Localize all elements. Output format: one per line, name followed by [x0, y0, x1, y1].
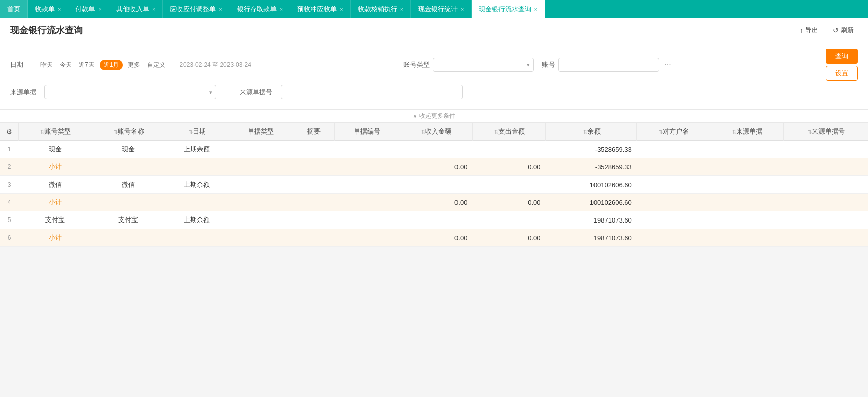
cell-expense: 0.00: [472, 194, 545, 211]
cell-source_doc_num: [784, 158, 868, 176]
collapse-bar[interactable]: ∧ 收起更多条件: [0, 110, 868, 123]
main-table: ⚙⇅账号类型⇅账号名称⇅日期单据类型摘要单据编号⇅收入金额⇅支出金额⇅余额⇅对方…: [0, 123, 868, 247]
date-shortcut-3[interactable]: 近1月: [100, 60, 123, 70]
table-row[interactable]: 3微信微信上期余额100102606.60: [0, 176, 868, 194]
col-header-expense[interactable]: ⇅支出金额: [472, 123, 545, 141]
sort-icon-balance: ⇅: [583, 129, 587, 135]
cell-account_name: 现金: [92, 141, 165, 158]
nav-tab-2[interactable]: 其他收入单×: [109, 0, 163, 18]
table-row[interactable]: 5支付宝支付宝上期余额19871073.60: [0, 211, 868, 229]
sort-icon-account_type: ⇅: [40, 129, 44, 135]
header-actions: ↑ 导出 ↺ 刷新: [796, 24, 858, 37]
cell-doc_type: [229, 211, 293, 229]
collapse-label: 收起更多条件: [419, 112, 455, 120]
table-row[interactable]: 2小计0.000.00-3528659.33: [0, 158, 868, 176]
query-button[interactable]: 查询: [826, 49, 858, 64]
sort-icon-expense: ⇅: [494, 129, 498, 135]
cell-balance: 19871073.60: [546, 211, 637, 229]
export-button[interactable]: ↑ 导出: [796, 24, 823, 37]
cell-expense: [472, 211, 545, 229]
col-header-balance[interactable]: ⇅余额: [546, 123, 637, 141]
col-header-account_name[interactable]: ⇅账号名称: [92, 123, 165, 141]
nav-tab-4[interactable]: 银行存取款单×: [230, 0, 290, 18]
date-shortcut-0[interactable]: 昨天: [38, 60, 55, 70]
date-shortcut-2[interactable]: 近7天: [77, 60, 97, 70]
cell-balance: 100102606.60: [546, 194, 637, 211]
more-dots[interactable]: ···: [662, 60, 673, 69]
nav-tab-8[interactable]: 现金银行流水查询×: [472, 0, 545, 18]
tab-close-icon[interactable]: ×: [98, 6, 101, 12]
tab-close-icon[interactable]: ×: [534, 6, 537, 12]
cell-account_type: 小计: [18, 158, 92, 176]
cell-income: [399, 176, 472, 194]
nav-tab-7[interactable]: 现金银行统计×: [411, 0, 471, 18]
tab-close-icon[interactable]: ×: [280, 6, 283, 12]
cell-date: [165, 194, 229, 211]
table-row[interactable]: 6小计0.000.0019871073.60: [0, 229, 868, 247]
nav-tab-0[interactable]: 收款单×: [28, 0, 68, 18]
cell-summary: [293, 176, 335, 194]
settings-button[interactable]: 设置: [826, 66, 858, 81]
cell-source_doc_num: [784, 211, 868, 229]
date-shortcut-4[interactable]: 更多: [126, 60, 142, 70]
date-shortcut-5[interactable]: 自定义: [145, 60, 167, 70]
cell-income: [399, 141, 472, 158]
tab-close-icon[interactable]: ×: [219, 6, 222, 12]
query-group: 查询 设置: [826, 49, 858, 81]
col-header-summary: 摘要: [293, 123, 335, 141]
filter-row-2: 来源单据 ▾ 来源单据号: [10, 85, 858, 99]
col-header-source_doc_num[interactable]: ⇅来源单据号: [784, 123, 868, 141]
cell-source_doc: [710, 194, 784, 211]
nav-tab-3[interactable]: 应收应付调整单×: [163, 0, 230, 18]
table-body: 1现金现金上期余额-3528659.332小计0.000.00-3528659.…: [0, 141, 868, 247]
cell-summary: [293, 211, 335, 229]
col-header-gear: ⚙: [0, 123, 18, 141]
nav-tab-6[interactable]: 收款核销执行×: [351, 0, 411, 18]
cell-summary: [293, 194, 335, 211]
account-type-select[interactable]: [433, 58, 534, 72]
col-header-income[interactable]: ⇅收入金额: [399, 123, 472, 141]
cell-income: 0.00: [399, 158, 472, 176]
cell-source_doc: [710, 141, 784, 158]
cell-doc_type: [229, 229, 293, 247]
cell-num: 6: [0, 229, 18, 247]
cell-source_doc_num: [784, 176, 868, 194]
tab-close-icon[interactable]: ×: [461, 6, 464, 12]
col-header-account_type[interactable]: ⇅账号类型: [18, 123, 92, 141]
sort-icon-income: ⇅: [421, 129, 425, 135]
cell-counterparty: [637, 141, 710, 158]
cell-expense: 0.00: [472, 158, 545, 176]
col-header-date[interactable]: ⇅日期: [165, 123, 229, 141]
source-doc-select[interactable]: [44, 85, 216, 99]
cell-summary: [293, 141, 335, 158]
account-type-wrap: 账号类型 ▾: [403, 58, 534, 72]
col-header-doc_type: 单据类型: [229, 123, 293, 141]
sort-icon-source_doc_num: ⇅: [808, 129, 812, 135]
cell-doc_number: [335, 141, 399, 158]
cell-account_type: 小计: [18, 229, 92, 247]
date-shortcut-1[interactable]: 今天: [58, 60, 74, 70]
cell-income: 0.00: [399, 229, 472, 247]
source-doc-num-input[interactable]: [281, 85, 463, 99]
nav-tab-5[interactable]: 预收冲应收单×: [290, 0, 350, 18]
sort-icon-account_name: ⇅: [114, 129, 118, 135]
table-row[interactable]: 4小计0.000.00100102606.60: [0, 194, 868, 211]
nav-home[interactable]: 首页: [0, 0, 28, 18]
cell-expense: 0.00: [472, 229, 545, 247]
col-header-source_doc[interactable]: ⇅来源单据: [710, 123, 784, 141]
col-header-counterparty[interactable]: ⇅对方户名: [637, 123, 710, 141]
tab-close-icon[interactable]: ×: [400, 6, 403, 12]
account-input[interactable]: [558, 58, 659, 72]
account-label: 账号: [542, 60, 555, 69]
tab-close-icon[interactable]: ×: [340, 6, 343, 12]
cell-account_type: 微信: [18, 176, 92, 194]
cell-account_name: 支付宝: [92, 211, 165, 229]
nav-tab-1[interactable]: 付款单×: [68, 0, 109, 18]
refresh-button[interactable]: ↺ 刷新: [829, 24, 858, 37]
cell-counterparty: [637, 176, 710, 194]
tab-close-icon[interactable]: ×: [58, 6, 61, 12]
tab-close-icon[interactable]: ×: [152, 6, 155, 12]
top-nav: 首页 收款单×付款单×其他收入单×应收应付调整单×银行存取款单×预收冲应收单×收…: [0, 0, 868, 18]
cell-doc_number: [335, 229, 399, 247]
table-row[interactable]: 1现金现金上期余额-3528659.33: [0, 141, 868, 158]
